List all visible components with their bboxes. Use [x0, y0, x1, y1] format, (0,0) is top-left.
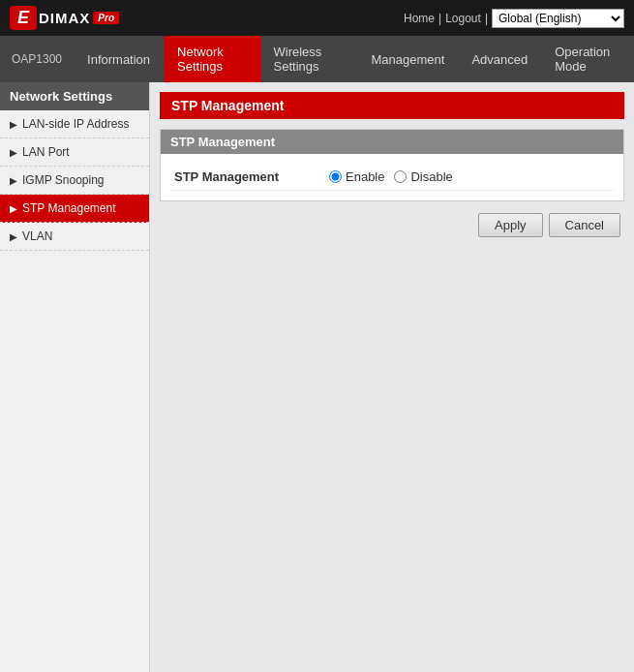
sidebar-item-stp[interactable]: ▶ STP Management [0, 195, 149, 223]
apply-button[interactable]: Apply [478, 213, 543, 237]
stp-form-row: STP Management Enable Disable [170, 164, 614, 191]
arrow-icon-active: ▶ [10, 203, 17, 214]
arrow-icon: ▶ [10, 231, 17, 242]
nav-wireless-settings[interactable]: Wireless Settings [260, 36, 358, 82]
sidebar-label-lan-ip: LAN-side IP Address [22, 117, 130, 131]
sidebar: Network Settings ▶ LAN-side IP Address ▶… [0, 82, 150, 672]
content-area: STP Management STP Management STP Manage… [150, 82, 634, 672]
sidebar-label-stp: STP Management [22, 201, 116, 215]
disable-label: Disable [410, 169, 452, 184]
button-row: Apply Cancel [160, 213, 624, 237]
sidebar-item-vlan[interactable]: ▶ VLAN [0, 223, 149, 251]
logout-link[interactable]: Logout [445, 12, 481, 25]
stp-field-label: STP Management [174, 169, 329, 184]
nav-network-settings[interactable]: Network Settings [164, 36, 259, 82]
navbar: OAP1300 Information Network Settings Wir… [0, 36, 634, 82]
enable-radio-label[interactable]: Enable [329, 169, 384, 184]
cancel-button[interactable]: Cancel [549, 213, 620, 237]
nav-advanced[interactable]: Advanced [458, 44, 541, 76]
header: E DIMAX Pro Home | Logout | Global (Engl… [0, 0, 634, 36]
main-layout: Network Settings ▶ LAN-side IP Address ▶… [0, 82, 634, 672]
enable-label: Enable [346, 169, 384, 184]
logo-box: E [10, 6, 37, 30]
nav-operation-mode[interactable]: Operation Mode [541, 36, 634, 82]
sidebar-label-igmp: IGMP Snooping [22, 173, 105, 187]
home-link[interactable]: Home [404, 12, 435, 25]
header-links: Home | Logout | Global (English) Chinese… [404, 9, 624, 28]
logo-pro: Pro [93, 12, 119, 24]
sidebar-label-lan-port: LAN Port [22, 145, 70, 159]
sidebar-item-lan-port[interactable]: ▶ LAN Port [0, 138, 149, 167]
disable-radio[interactable] [394, 170, 407, 183]
logo-brand: DIMAX [39, 10, 90, 26]
page-title: STP Management [160, 92, 624, 119]
separator1: | [438, 12, 441, 25]
nav-management[interactable]: Management [358, 44, 459, 76]
logo-e: E [17, 8, 29, 28]
sidebar-item-lan-ip[interactable]: ▶ LAN-side IP Address [0, 110, 149, 138]
arrow-icon: ▶ [10, 175, 17, 186]
nav-information[interactable]: Information [74, 44, 164, 76]
logo: E DIMAX Pro [10, 6, 119, 30]
sidebar-title: Network Settings [0, 82, 149, 110]
disable-radio-label[interactable]: Disable [394, 169, 452, 184]
arrow-icon: ▶ [10, 147, 17, 158]
form-controls: Enable Disable [329, 169, 453, 184]
sidebar-label-vlan: VLAN [22, 229, 52, 243]
device-label: OAP1300 [0, 45, 74, 74]
section-body: STP Management Enable Disable [161, 154, 623, 200]
arrow-icon: ▶ [10, 119, 17, 130]
stp-section-box: STP Management STP Management Enable Dis… [160, 129, 624, 201]
enable-radio[interactable] [329, 170, 342, 183]
separator2: | [485, 12, 488, 25]
section-header: STP Management [161, 130, 623, 154]
language-select[interactable]: Global (English) Chinese (Traditional) C… [492, 9, 624, 28]
sidebar-item-igmp[interactable]: ▶ IGMP Snooping [0, 167, 149, 195]
